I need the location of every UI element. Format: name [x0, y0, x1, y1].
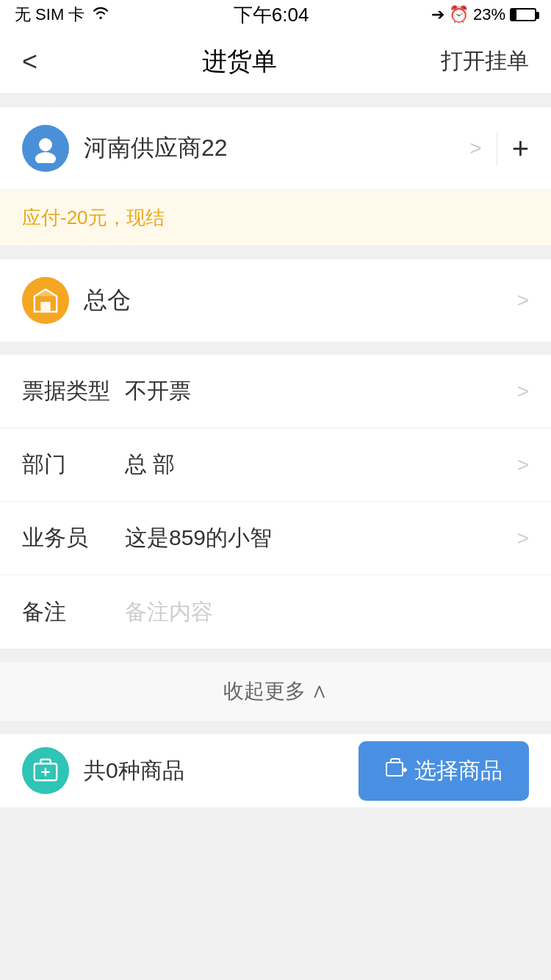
alarm-icon: ⏰ [449, 5, 469, 24]
supplier-section: 河南供应商22 > + 应付-20元，现结 [0, 107, 551, 246]
alert-row: 应付-20元，现结 [0, 190, 551, 246]
salesperson-value: 这是859的小智 [125, 523, 517, 553]
remark-row[interactable]: 备注 备注内容 [0, 575, 551, 649]
department-label: 部门 [22, 450, 125, 480]
supplier-avatar [22, 125, 69, 172]
select-product-button[interactable]: 选择商品 [359, 741, 529, 801]
warehouse-section: 总仓 > [0, 259, 551, 342]
section-gap-2 [0, 246, 551, 259]
invoice-type-label: 票据类型 [22, 376, 125, 406]
invoice-type-chevron-icon: > [517, 380, 529, 403]
battery-icon [510, 8, 536, 21]
bottom-bar: 共0种商品 选择商品 [0, 734, 551, 807]
supplier-row[interactable]: 河南供应商22 > + [0, 107, 551, 190]
nav-bar: < 进货单 打开挂单 [0, 29, 551, 94]
section-gap-1 [0, 94, 551, 107]
form-section: 票据类型 不开票 > 部门 总 部 > 业务员 这是859的小智 > 备注 备注… [0, 355, 551, 649]
select-product-label: 选择商品 [414, 756, 503, 786]
location-icon: ➔ [431, 5, 444, 24]
status-right: ➔ ⏰ 23% [431, 5, 536, 24]
wifi-icon [90, 5, 111, 24]
salesperson-row[interactable]: 业务员 这是859的小智 > [0, 502, 551, 575]
select-product-icon [385, 758, 407, 784]
department-row[interactable]: 部门 总 部 > [0, 428, 551, 502]
department-value: 总 部 [125, 450, 517, 480]
invoice-type-value: 不开票 [125, 376, 517, 406]
collapse-row[interactable]: 收起更多 ∧ [0, 662, 551, 721]
product-icon [22, 747, 69, 794]
page-title: 进货单 [202, 45, 277, 79]
remark-label: 备注 [22, 597, 125, 627]
status-left: 无 SIM 卡 [15, 4, 111, 26]
department-chevron-icon: > [517, 453, 529, 477]
warehouse-chevron-icon: > [517, 289, 529, 312]
warehouse-name: 总仓 [84, 284, 517, 317]
status-time: 下午6:04 [234, 2, 309, 28]
add-button[interactable]: + [497, 132, 529, 165]
invoice-type-row[interactable]: 票据类型 不开票 > [0, 355, 551, 428]
remark-input[interactable]: 备注内容 [125, 597, 529, 627]
svg-rect-6 [386, 763, 403, 776]
svg-rect-2 [40, 302, 50, 311]
alert-text: 应付-20元，现结 [22, 206, 165, 228]
salesperson-label: 业务员 [22, 523, 125, 553]
supplier-chevron-icon: > [469, 137, 481, 160]
supplier-name: 河南供应商22 [84, 132, 469, 165]
warehouse-icon [22, 277, 69, 324]
battery-label: 23% [473, 5, 505, 24]
open-pending-button[interactable]: 打开挂单 [441, 46, 529, 76]
product-count-label: 共0种商品 [84, 756, 344, 786]
carrier-label: 无 SIM 卡 [15, 4, 84, 26]
warehouse-row[interactable]: 总仓 > [0, 259, 551, 342]
svg-point-0 [39, 138, 52, 151]
salesperson-chevron-icon: > [517, 527, 529, 550]
collapse-label: 收起更多 ∧ [223, 677, 328, 705]
svg-point-1 [35, 152, 56, 163]
back-button[interactable]: < [22, 46, 37, 77]
status-bar: 无 SIM 卡 下午6:04 ➔ ⏰ 23% [0, 0, 551, 29]
